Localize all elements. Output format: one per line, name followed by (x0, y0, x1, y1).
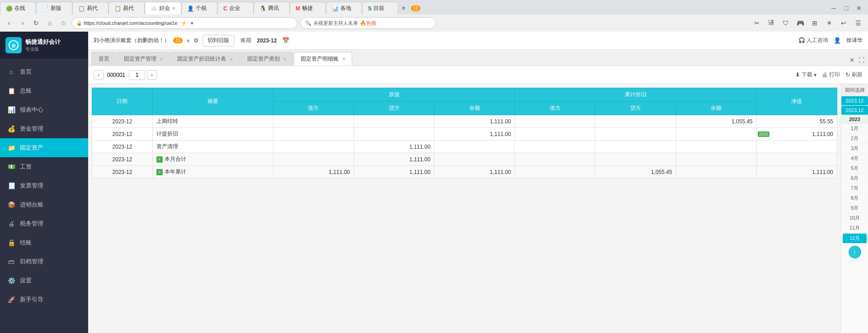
tab-asset-detail[interactable]: 固定资产明细账 × (294, 52, 352, 66)
switch-version-button[interactable]: 切到旧版 (203, 35, 234, 47)
close-all-button[interactable]: ✕ (849, 56, 855, 64)
sidebar-item-guide[interactable]: 🚀 新手引导 (0, 290, 88, 309)
calendar-icon[interactable]: 📅 (282, 37, 289, 44)
sun-button[interactable]: ☀ (823, 17, 835, 29)
logo-title: 畅捷通好会计 (25, 38, 61, 46)
period-date-selected1[interactable]: 2023.12 (841, 96, 868, 106)
sidebar-item-report[interactable]: 📊 报表中心 (0, 100, 88, 119)
sidebar-item-invoice[interactable]: 🧾 发票管理 (0, 176, 88, 195)
cell-orig-credit (354, 128, 434, 141)
browser-tab-geshui[interactable]: 👤 个税 (181, 2, 217, 14)
period-month-12[interactable]: 12月 (843, 234, 867, 244)
period-month-1[interactable]: 1月 (841, 124, 868, 134)
sidebar-item-tax[interactable]: 🖨 税务管理 (0, 214, 88, 233)
hot-search-label: 🔥热搜 (360, 20, 376, 27)
archive-icon: 🗃 (7, 258, 15, 265)
scissors-button[interactable]: ✂ (750, 17, 763, 29)
period-month-3[interactable]: 3月 (841, 144, 868, 154)
game-button[interactable]: 🎮 (794, 17, 807, 29)
maximize-button[interactable]: □ (841, 3, 852, 14)
user-avatar[interactable]: 👤 (834, 37, 841, 44)
period-month-2[interactable]: 2月 (841, 134, 868, 144)
period-date-selected2[interactable]: 2023.12 (841, 106, 868, 115)
sidebar-item-archive[interactable]: 🗃 归档管理 (0, 252, 88, 271)
company-name[interactable]: 刘小艳演示账套（勿删勿动！） (94, 37, 170, 44)
tab-home[interactable]: 首页 (92, 52, 116, 66)
sidebar-item-ledger[interactable]: 📋 总账 (0, 81, 88, 100)
reload-button[interactable]: ↻ (31, 18, 42, 28)
menu-button[interactable]: ☰ (852, 17, 864, 29)
tab-asset-category-close[interactable]: × (283, 56, 286, 62)
browser-tab-yidai1[interactable]: 📋 易代 (72, 2, 108, 14)
sidebar-item-settings[interactable]: ⚙️ 设置 (0, 271, 88, 290)
search-box[interactable]: 🔍 央视更新主持人名单 🔥热搜 (300, 17, 436, 29)
add-company-icon[interactable]: + (186, 37, 190, 44)
tab-depreciation-table[interactable]: 固定资产折旧统计表 × (170, 52, 239, 66)
period-year[interactable]: 2023 (841, 115, 868, 124)
back-button[interactable]: ‹ (4, 18, 14, 28)
security-icon: ⚡ (181, 20, 187, 26)
asset-detail-table: 日期 摘要 原值 累计折旧 净值 借方 贷方 余额 借方 贷方 余额 (92, 88, 837, 178)
url-input[interactable]: 🔒 https://cloud.chanjet.com/accounting/u… (71, 17, 297, 29)
undo-button[interactable]: ↩ (837, 17, 850, 29)
download-button[interactable]: ⬇ 下载 ▾ (795, 71, 816, 79)
browser-tab-yidai2[interactable]: 📋 易代 (108, 2, 145, 14)
shield-button[interactable]: 🛡 (779, 17, 792, 29)
sidebar-item-home[interactable]: ⌂ 首页 (0, 62, 88, 81)
sidebar-item-close[interactable]: 🔒 结账 (0, 233, 88, 252)
prev-page-button[interactable]: ‹ (94, 70, 104, 80)
page-code: 000001 (107, 72, 125, 78)
period-month-11[interactable]: 11月 (841, 223, 868, 233)
browser-tab-new[interactable]: 📄 新版 (36, 2, 72, 14)
tab-asset-category-label: 固定资产类别 (247, 55, 280, 63)
browser-tab-qiye[interactable]: C 企业 (217, 2, 254, 14)
browser-tab-changjie[interactable]: M 畅捷 (290, 2, 326, 14)
browser-tab-tengxun[interactable]: 🐧 腾讯 (254, 2, 290, 14)
period-month-5[interactable]: 5月 (841, 164, 868, 174)
scroll-top-btn[interactable]: ↑ (849, 246, 861, 258)
cell-dep-balance: 1,055.45 (676, 115, 756, 128)
sidebar-item-fund[interactable]: 💰 资金管理 (0, 119, 88, 138)
customer-service-button[interactable]: 🎧 人工咨询 (798, 37, 828, 44)
period-month-7[interactable]: 7月 (841, 183, 868, 193)
refresh-button[interactable]: ↻ 刷新 (845, 71, 863, 79)
new-tab-button[interactable]: + (398, 3, 409, 14)
settings-small-icon[interactable]: ⚙ (193, 37, 199, 44)
close-button[interactable]: ✕ (854, 3, 864, 14)
cell-net-value (756, 153, 837, 166)
period-month-8[interactable]: 8月 (841, 193, 868, 203)
browser-tab-online[interactable]: 🟢 在线 (0, 2, 36, 14)
browser-tab-muqian[interactable]: S 目前 (362, 2, 398, 14)
expand-button[interactable]: ⛶ (859, 57, 864, 64)
minimize-button[interactable]: ─ (828, 3, 839, 14)
forward-button[interactable]: › (17, 18, 28, 28)
page-num-input[interactable] (129, 70, 145, 80)
tab-fixed-assets-mgmt[interactable]: 固定资产管理 × (117, 52, 170, 66)
purchase-icon: 📦 (7, 201, 15, 208)
period-month-6[interactable]: 6月 (841, 174, 868, 183)
translate-button[interactable]: 译 (765, 17, 778, 29)
table-row: 2023-12 计提折旧 1,111.00 1,111.00 (92, 128, 837, 141)
tax-icon: 🖨 (7, 220, 15, 227)
print-button[interactable]: 🖨 打印 (822, 71, 840, 79)
home-button[interactable]: ⌂ (44, 18, 55, 28)
sidebar-item-purchase[interactable]: 📦 进销台账 (0, 195, 88, 214)
tab-asset-detail-close[interactable]: × (342, 56, 345, 61)
browser-tab-haohui[interactable]: ☁️ 好会 ✕ (145, 2, 181, 14)
tab-fixed-assets-mgmt-close[interactable]: × (160, 56, 163, 62)
period-month-10[interactable]: 10月 (841, 213, 868, 223)
period-month-9[interactable]: 9月 (841, 203, 868, 213)
logo-subtitle: 专业版 (25, 46, 61, 52)
sidebar-label-guide: 新手引导 (20, 295, 43, 304)
table-row-annual: 2023-12 +本年累计 1,111.00 1,111.00 1,111.00… (92, 166, 837, 178)
tab-depreciation-table-close[interactable]: × (230, 56, 232, 62)
next-page-button[interactable]: › (147, 70, 157, 80)
sidebar-item-payroll[interactable]: 💵 工资 (0, 157, 88, 176)
grid-button[interactable]: ⊞ (808, 17, 821, 29)
bookmark-button[interactable]: ☆ (58, 18, 69, 28)
sidebar-label-payroll: 工资 (20, 163, 32, 171)
period-month-4[interactable]: 4月 (841, 154, 868, 164)
sidebar-item-assets[interactable]: 📁 固定资产 (0, 138, 88, 157)
tab-asset-category[interactable]: 固定资产类别 × (241, 52, 293, 66)
browser-tab-gedi[interactable]: 📊 各地 (326, 2, 362, 14)
